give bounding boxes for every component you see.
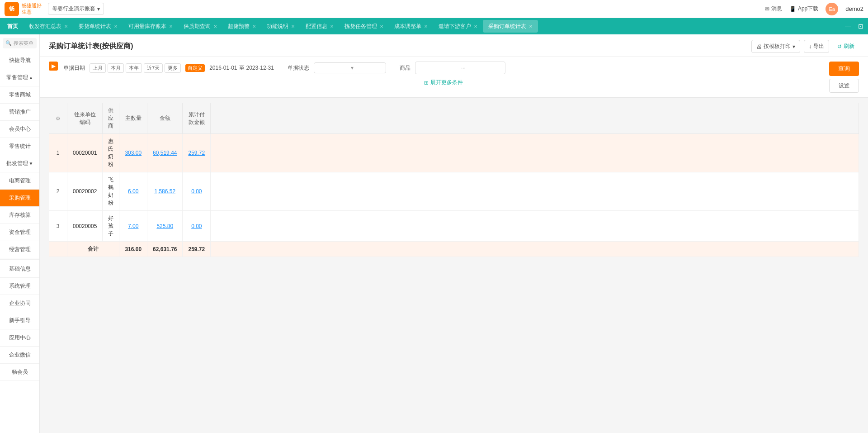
custom-date-tag: 自定义 xyxy=(185,64,205,72)
row-main-qty[interactable]: 7.00 xyxy=(119,211,147,242)
filter-toggle-btn[interactable]: ▶ xyxy=(49,62,58,71)
row-main-qty[interactable]: 6.00 xyxy=(119,172,147,211)
th-checkbox: ⚙ xyxy=(49,103,67,134)
mobile-icon: 📱 xyxy=(789,6,796,12)
print-button[interactable]: 🖨 按模板打印 ▾ xyxy=(751,40,800,53)
sidebar-item-retail-store[interactable]: 零售商城 xyxy=(0,86,39,104)
logo-text: 畅捷通好生意 xyxy=(22,3,44,14)
date-btn-more[interactable]: 更多 xyxy=(165,63,181,73)
sidebar-item-retail-mgmt[interactable]: 零售管理 ▲ xyxy=(0,69,39,86)
tab-order-summary[interactable]: 要货单统计表 ✕ xyxy=(73,20,123,33)
close-icon[interactable]: ✕ xyxy=(114,24,118,29)
sidebar-item-quick-nav[interactable]: 快捷导航 xyxy=(0,52,39,69)
tab-function-desc[interactable]: 功能说明 ✕ xyxy=(261,20,300,33)
th-main-qty: 主数量 xyxy=(119,103,147,134)
tab-expiry-query[interactable]: 保质期查询 ✕ xyxy=(178,20,222,33)
tab-cost-adjust[interactable]: 成本调整单 ✕ xyxy=(389,20,433,33)
header-actions: 🖨 按模板打印 ▾ ↓ 导出 ↺ 刷新 xyxy=(751,40,859,53)
sidebar-item-enterprise-collab[interactable]: 企业协同 xyxy=(0,295,39,312)
chevron-down-icon: ▾ xyxy=(97,6,100,12)
date-btn-this-year[interactable]: 本年 xyxy=(126,63,142,73)
close-icon[interactable]: ✕ xyxy=(291,24,295,29)
sidebar-item-wholesale-mgmt[interactable]: 批发管理 ▼ xyxy=(0,155,39,172)
close-icon[interactable]: ✕ xyxy=(424,24,428,29)
sidebar-item-new-guide[interactable]: 新手引导 xyxy=(0,312,39,329)
sidebar-item-purchase-mgmt[interactable]: 采购管理 xyxy=(0,190,39,207)
user-avatar[interactable]: Ea xyxy=(826,3,838,15)
settings-button[interactable]: 设置 xyxy=(829,79,859,93)
date-btn-last-month[interactable]: 上月 xyxy=(90,63,106,73)
tab-purchase-summary[interactable]: 采购订单统计表 ✕ xyxy=(483,20,538,33)
sidebar-item-retail-stats[interactable]: 零售统计 xyxy=(0,138,39,155)
row-amount[interactable]: 60,519.44 xyxy=(147,134,183,172)
row-paid-amount[interactable]: 259.72 xyxy=(183,134,211,172)
sidebar-item-ecommerce-mgmt[interactable]: 电商管理 xyxy=(0,172,39,190)
top-right-area: ✉ 消息 📱 App下载 Ea demo2 xyxy=(765,3,863,15)
tab-pick-task[interactable]: 拣货任务管理 ✕ xyxy=(339,20,389,33)
more-options-icon[interactable]: ··· xyxy=(458,64,501,72)
sidebar-item-basic-info[interactable]: 基础信息 xyxy=(0,261,39,278)
status-select[interactable]: ▾ xyxy=(314,62,386,73)
row-extra xyxy=(211,172,859,211)
maximize-icon[interactable]: ⊡ xyxy=(855,21,866,32)
search-box[interactable]: 🔍 搜索英单 xyxy=(3,38,37,48)
date-btn-this-month[interactable]: 本月 xyxy=(108,63,124,73)
sidebar: 🔍 搜索英单 快捷导航 零售管理 ▲ 零售商城 营销推广 会员中心 零售统计 批… xyxy=(0,34,40,433)
th-supplier-name: 供应商 xyxy=(103,103,119,134)
close-icon[interactable]: ✕ xyxy=(474,24,477,29)
sidebar-item-app-center[interactable]: 应用中心 xyxy=(0,329,39,347)
product-input[interactable]: ··· xyxy=(415,62,505,74)
message-btn[interactable]: ✉ 消息 xyxy=(765,5,782,13)
tab-home[interactable]: 首页 xyxy=(2,20,24,33)
sidebar-item-system-mgmt[interactable]: 系统管理 xyxy=(0,278,39,295)
sidebar-item-vip-member[interactable]: 畅会员 xyxy=(0,364,39,381)
close-icon[interactable]: ✕ xyxy=(252,24,256,29)
close-icon[interactable]: ✕ xyxy=(529,24,533,29)
footer-main-qty: 316.00 xyxy=(119,242,147,257)
minimize-icon[interactable]: — xyxy=(843,21,854,32)
close-icon[interactable]: ✕ xyxy=(380,24,383,29)
table-footer-row: 合计 316.00 62,631.76 259.72 xyxy=(49,242,859,257)
th-amount: 金额 xyxy=(147,103,183,134)
sidebar-item-inventory-check[interactable]: 库存核算 xyxy=(0,207,39,224)
sidebar-item-member-center[interactable]: 会员中心 xyxy=(0,121,39,138)
date-btn-last7days[interactable]: 近7天 xyxy=(144,63,163,73)
table-area: ⚙ 往来单位编码 供应商 主数量 金额 累计付款金额 1 00020001 xyxy=(40,98,868,433)
tab-available-stock[interactable]: 可用量库存账本 ✕ xyxy=(123,20,178,33)
table-row: 2 00020002 飞鹤奶粉 6.00 1,586.52 0.00 xyxy=(49,172,859,211)
product-label: 商品 xyxy=(400,64,410,72)
row-amount[interactable]: 525.80 xyxy=(147,211,183,242)
workspace-selector[interactable]: 母婴行业演示账套 ▾ xyxy=(48,3,104,15)
export-button[interactable]: ↓ 导出 xyxy=(804,40,829,53)
close-icon[interactable]: ✕ xyxy=(213,24,217,29)
footer-amount: 62,631.76 xyxy=(147,242,183,257)
tab-overstock-warning[interactable]: 超储预警 ✕ xyxy=(222,20,261,33)
app-download-btn[interactable]: 📱 App下载 xyxy=(789,5,818,13)
expand-conditions-btn[interactable]: ⊞ 展开更多条件 xyxy=(420,77,467,88)
export-icon: ↓ xyxy=(809,43,811,50)
search-label: 搜索英单 xyxy=(14,40,33,47)
query-button[interactable]: 查询 xyxy=(829,62,859,76)
sidebar-item-finance-mgmt[interactable]: 资金管理 xyxy=(0,224,39,241)
row-paid-amount[interactable]: 0.00 xyxy=(183,172,211,211)
row-supplier-code: 00020001 xyxy=(67,134,103,172)
chevron-down-icon: ⊞ xyxy=(424,80,429,86)
close-icon[interactable]: ✕ xyxy=(330,24,334,29)
chevron-icon: ▼ xyxy=(29,161,33,166)
sidebar-item-marketing[interactable]: 营销推广 xyxy=(0,104,39,121)
refresh-button[interactable]: ↺ 刷新 xyxy=(833,40,859,52)
row-main-qty[interactable]: 303.00 xyxy=(119,134,147,172)
tab-receive-summary[interactable]: 收发存汇总表 ✕ xyxy=(24,20,73,33)
column-settings-icon[interactable]: ⚙ xyxy=(54,115,61,122)
row-paid-amount[interactable]: 0.00 xyxy=(183,211,211,242)
filter-line1: 单据日期 上月 本月 本年 近7天 更多 自定义 2016-01-01 至 20… xyxy=(63,62,824,74)
row-amount[interactable]: 1,586.52 xyxy=(147,172,183,211)
search-icon: 🔍 xyxy=(5,40,12,46)
close-icon[interactable]: ✕ xyxy=(169,24,173,29)
tab-invite-downstream[interactable]: 邀请下游客户 ✕ xyxy=(433,20,483,33)
close-icon[interactable]: ✕ xyxy=(64,24,68,29)
sidebar-item-enterprise-wechat[interactable]: 企业微信 xyxy=(0,347,39,364)
sidebar-item-operation-mgmt[interactable]: 经营管理 xyxy=(0,241,39,258)
tab-config-info[interactable]: 配置信息 ✕ xyxy=(300,20,339,33)
print-icon: 🖨 xyxy=(756,43,762,50)
